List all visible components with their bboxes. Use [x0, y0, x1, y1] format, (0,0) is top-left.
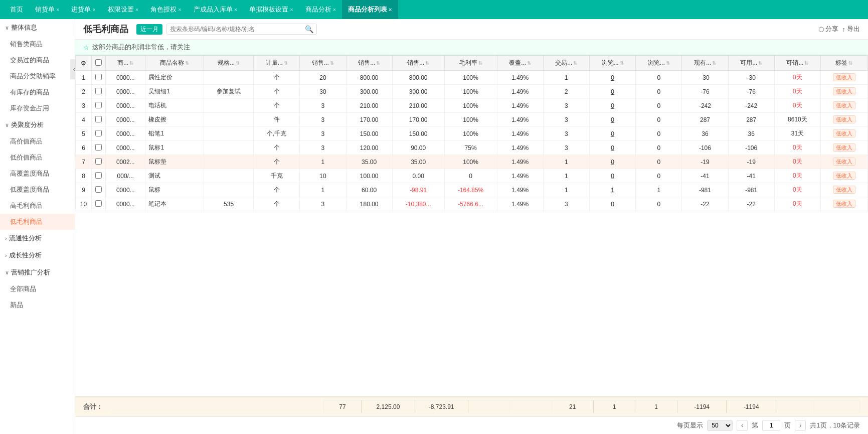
sidebar-section-growth[interactable]: › 成长性分析: [0, 247, 75, 264]
per-page-select[interactable]: 50 100 200: [707, 420, 733, 431]
nav-close-sales[interactable]: ×: [56, 7, 59, 13]
share-btn[interactable]: ⬡ 分享: [818, 25, 838, 34]
row-check-3[interactable]: [95, 102, 102, 108]
row-tag-9[interactable]: 低收入: [820, 183, 867, 197]
nav-analysis-list[interactable]: 商品分析列表 ×: [342, 0, 398, 19]
col-sale-price[interactable]: 销售...⇅: [346, 56, 392, 71]
row-browse1-6[interactable]: 0: [589, 141, 635, 155]
row-checkbox-3[interactable]: [92, 99, 106, 113]
nav-close-purchase[interactable]: ×: [92, 7, 95, 13]
row-checkbox-8[interactable]: [92, 169, 106, 183]
prev-page-btn[interactable]: ‹: [737, 420, 748, 431]
col-spec[interactable]: 规格...⇅: [204, 56, 254, 71]
sidebar-item-in-stock[interactable]: 有库存的商品: [0, 84, 75, 100]
select-all-checkbox[interactable]: [95, 59, 102, 66]
row-check-10[interactable]: [95, 200, 102, 207]
nav-close-permission[interactable]: ×: [135, 7, 138, 13]
col-gross-rate[interactable]: 毛利率⇅: [444, 56, 497, 71]
row-browse1-10[interactable]: 0: [589, 197, 635, 211]
row-tag-8[interactable]: 低收入: [820, 169, 867, 183]
col-code[interactable]: 商...⇅: [106, 56, 145, 71]
sidebar-item-category-rate[interactable]: 商品分类助销率: [0, 68, 75, 84]
sidebar-item-sales-goods[interactable]: 销售类商品: [0, 36, 75, 52]
sidebar-item-low-margin[interactable]: 低毛利商品: [0, 214, 75, 230]
sidebar-item-high-coverage[interactable]: 高覆盖度商品: [0, 166, 75, 182]
col-current[interactable]: 现有...⇅: [682, 56, 728, 71]
sidebar-section-cluster[interactable]: ∨ 类聚度分析: [0, 116, 75, 133]
row-check-9[interactable]: [95, 186, 102, 193]
row-check-7[interactable]: [95, 158, 102, 165]
export-btn[interactable]: ↑ 导出: [842, 25, 860, 34]
page-input[interactable]: [762, 420, 780, 431]
row-tag-7[interactable]: 低收入: [820, 155, 867, 169]
search-icon[interactable]: 🔍: [305, 25, 313, 33]
row-tag-6[interactable]: 低收入: [820, 141, 867, 155]
col-unit[interactable]: 计量...⇅: [254, 56, 300, 71]
nav-close-analysis[interactable]: ×: [333, 7, 336, 13]
next-page-btn[interactable]: ›: [795, 420, 806, 431]
col-sale-qty[interactable]: 销售...⇅: [300, 56, 346, 71]
sidebar-item-all-goods[interactable]: 全部商品: [0, 281, 75, 297]
row-browse1-3[interactable]: 0: [589, 99, 635, 113]
row-browse1-8[interactable]: 0: [589, 169, 635, 183]
col-browse1[interactable]: 浏览...⇅: [589, 56, 635, 71]
sidebar-item-traded-goods[interactable]: 交易过的商品: [0, 52, 75, 68]
row-tag-5[interactable]: 低收入: [820, 127, 867, 141]
col-browse2[interactable]: 浏览...⇅: [636, 56, 682, 71]
nav-close-list[interactable]: ×: [389, 7, 392, 13]
row-check-1[interactable]: [95, 74, 102, 80]
sidebar-item-high-value[interactable]: 高价值商品: [0, 133, 75, 150]
nav-close-template[interactable]: ×: [290, 7, 293, 13]
sidebar-item-capital[interactable]: 库存资金占用: [0, 100, 75, 116]
sidebar-item-new-goods[interactable]: 新品: [0, 297, 75, 313]
row-browse1-2[interactable]: 0: [589, 85, 635, 99]
row-check-8[interactable]: [95, 172, 102, 179]
nav-template[interactable]: 单据模板设置 ×: [243, 0, 299, 19]
sidebar-section-liquidity[interactable]: › 流通性分析: [0, 230, 75, 247]
nav-purchase[interactable]: 进货单 ×: [65, 0, 101, 19]
row-check-4[interactable]: [95, 116, 102, 122]
row-checkbox-10[interactable]: [92, 197, 106, 211]
col-tag[interactable]: 标签⇅: [820, 56, 867, 71]
nav-sales[interactable]: 销货单 ×: [29, 0, 65, 19]
nav-home[interactable]: 首页: [4, 0, 29, 19]
row-browse1-9[interactable]: 1: [589, 183, 635, 197]
row-browse1-4[interactable]: 0: [589, 113, 635, 127]
row-tag-1[interactable]: 低收入: [820, 71, 867, 85]
col-sellable[interactable]: 可销...⇅: [774, 56, 820, 71]
row-check-5[interactable]: [95, 130, 102, 136]
nav-role[interactable]: 角色授权 ×: [144, 0, 187, 19]
table-scroll[interactable]: ⚙ 商...⇅ 商品名称⇅ 规格...⇅ 计量...⇅ 销售...⇅ 销售...…: [75, 55, 868, 396]
sidebar-section-overall[interactable]: ∨ 整体信息: [0, 19, 75, 36]
time-filter-btn[interactable]: 近一月: [136, 24, 162, 35]
col-sale-amount[interactable]: 销售...⇅: [392, 56, 444, 71]
row-tag-2[interactable]: 低收入: [820, 85, 867, 99]
row-check-2[interactable]: [95, 88, 102, 94]
col-settings[interactable]: ⚙: [76, 56, 92, 71]
col-available[interactable]: 可用...⇅: [728, 56, 774, 71]
nav-close-product[interactable]: ×: [234, 7, 237, 13]
row-checkbox-7[interactable]: [92, 155, 106, 169]
row-checkbox-9[interactable]: [92, 183, 106, 197]
nav-product-analysis[interactable]: 商品分析 ×: [299, 0, 342, 19]
sidebar-item-low-value[interactable]: 低价值商品: [0, 150, 75, 166]
row-check-6[interactable]: [95, 144, 102, 151]
row-tag-3[interactable]: 低收入: [820, 99, 867, 113]
col-name[interactable]: 商品名称⇅: [145, 56, 204, 71]
row-checkbox-4[interactable]: [92, 113, 106, 127]
row-browse1-5[interactable]: 0: [589, 127, 635, 141]
col-checkbox-all[interactable]: [92, 56, 106, 71]
row-tag-10[interactable]: 低收入: [820, 197, 867, 211]
sidebar-section-marketing[interactable]: ∨ 营销推广分析: [0, 264, 75, 281]
row-browse1-1[interactable]: 0: [589, 71, 635, 85]
col-trade[interactable]: 交易...⇅: [543, 56, 589, 71]
search-input[interactable]: [170, 26, 303, 33]
row-checkbox-6[interactable]: [92, 141, 106, 155]
row-checkbox-5[interactable]: [92, 127, 106, 141]
nav-product-entry[interactable]: 产成品入库单 ×: [188, 0, 243, 19]
col-coverage[interactable]: 覆盖...⇅: [497, 56, 543, 71]
row-checkbox-1[interactable]: [92, 71, 106, 85]
nav-permission[interactable]: 权限设置 ×: [102, 0, 144, 19]
sidebar-item-low-coverage[interactable]: 低覆盖度商品: [0, 182, 75, 198]
nav-close-role[interactable]: ×: [178, 7, 181, 13]
